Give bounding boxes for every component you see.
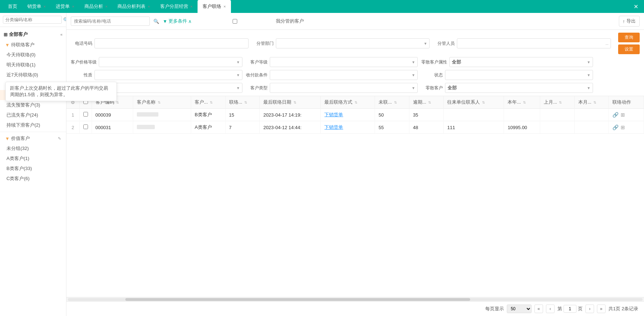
sort-icon-last-month[interactable]: ⇅ xyxy=(559,100,562,104)
nature-arrow: ▼ xyxy=(236,73,240,77)
col-uncontacted: 未联... ⇅ xyxy=(375,96,409,109)
row2-action: 🔗 ⊞ xyxy=(609,121,644,134)
person-select[interactable]: ... xyxy=(457,38,611,48)
window-close-button[interactable]: ✕ xyxy=(631,3,641,10)
filter-row-4: ... ▼ 客户类型 ▼ 零散客户 xyxy=(71,83,640,93)
nav-label-sales: 销货单 xyxy=(27,3,41,10)
sort-icon-company-contact[interactable]: ⇅ xyxy=(482,100,485,104)
page-label: 第 xyxy=(557,306,562,312)
row1-last-method[interactable]: 下销货单 xyxy=(321,109,375,121)
nav-item-analysis-list[interactable]: 商品分析列表 × xyxy=(112,0,155,13)
nav-close-sales[interactable]: × xyxy=(43,4,46,9)
row2-method-link[interactable]: 下销货单 xyxy=(324,124,343,130)
price-level-label: 客户价格等级 xyxy=(71,59,97,65)
nav-close-analysis-list[interactable]: × xyxy=(148,4,150,9)
col-last-date: 最后联络日期 ⇅ xyxy=(260,96,321,109)
col-this-month-label: 本月... xyxy=(578,99,592,105)
sidebar-all-customers[interactable]: ⊞ 全部客户 « xyxy=(0,29,66,40)
row1-checkbox[interactable] xyxy=(83,112,88,117)
sidebar-item-ungrouped[interactable]: 未分组(32) xyxy=(0,143,66,154)
filter-field-phone: 电话号码 xyxy=(71,38,249,48)
last-page-btn[interactable]: » xyxy=(597,305,606,313)
sort-icon-overdue[interactable]: ⇅ xyxy=(428,100,431,104)
row2-code: 000031 xyxy=(92,121,133,134)
retail-attr-arrow: ▼ xyxy=(587,60,590,64)
sidebar-collapse-icon[interactable]: « xyxy=(60,32,62,37)
sort-icon-code[interactable]: ⇅ xyxy=(116,100,119,104)
sort-icon-last-method[interactable]: ⇅ xyxy=(355,100,357,104)
nav-close-analysis[interactable]: × xyxy=(105,4,107,9)
price-level-select[interactable]: ▼ xyxy=(99,57,242,67)
nav-item-analysis[interactable]: 商品分析 × xyxy=(79,0,112,13)
nav-item-customer-contact[interactable]: 客户联络 × xyxy=(198,0,231,13)
customer-type-select[interactable]: ▼ xyxy=(270,83,418,93)
retail-attr-select[interactable]: 全部 ▼ xyxy=(449,57,593,67)
next-page-btn[interactable]: › xyxy=(585,305,594,313)
col-action: 联络动作 xyxy=(609,96,644,109)
sidebar-item-7days[interactable]: 近7天待联络(0) xyxy=(0,70,66,80)
col-this-month: 本月... ⇅ xyxy=(574,96,609,109)
row1-action-icon2[interactable]: ⊞ xyxy=(621,112,625,118)
sidebar-item-churned[interactable]: 已流失客户(24) xyxy=(0,110,66,120)
scroll-thumb[interactable] xyxy=(125,298,470,301)
row2-action-icon1[interactable]: 🔗 xyxy=(612,124,618,130)
customer-level-select[interactable]: ▼ xyxy=(270,57,418,67)
horizontal-scrollbar[interactable] xyxy=(66,297,644,301)
nav-item-home[interactable]: 首页 xyxy=(3,0,22,13)
sidebar-item-tomorrow[interactable]: 明天待联络(1) xyxy=(0,60,66,70)
row1-method-link[interactable]: 下销货单 xyxy=(324,112,343,117)
edit-icon-value[interactable]: ✎ xyxy=(58,136,61,141)
more-conditions-btn[interactable]: ▼ 更多条件 ∧ xyxy=(163,18,192,24)
filter-search-icon[interactable]: 🔍 xyxy=(153,19,159,24)
filter-actions: 查询 设置 xyxy=(618,33,640,54)
row1-action-icon1[interactable]: 🔗 xyxy=(612,112,618,118)
export-button[interactable]: ↑ 导出 xyxy=(619,16,640,27)
settings-button[interactable]: 设置 xyxy=(618,44,640,54)
nav-label-purchase: 进货单 xyxy=(56,3,70,10)
sidebar-group-pending[interactable]: ▼ 待联络客户 xyxy=(0,40,66,50)
col-type: 客户... ⇅ xyxy=(191,96,225,109)
sort-icon-this-year[interactable]: ⇅ xyxy=(523,100,526,104)
payment-select[interactable]: ▼ xyxy=(270,70,418,80)
sidebar-item-declining[interactable]: 持续下滑客户(2) xyxy=(0,120,66,130)
nav-close-customer-tier[interactable]: × xyxy=(190,4,193,9)
dept-select[interactable]: ▼ xyxy=(276,38,430,48)
nature-select[interactable]: ▼ xyxy=(94,70,242,80)
row2-last-method[interactable]: 下销货单 xyxy=(321,121,375,134)
sort-icon-name[interactable]: ⇅ xyxy=(158,100,161,104)
sidebar-search-input[interactable] xyxy=(3,16,62,24)
sidebar-item-churn-warning[interactable]: 流失预警客户(3) xyxy=(0,100,66,110)
page-size-select[interactable]: 50 20 100 xyxy=(507,305,532,313)
sidebar-item-a-class[interactable]: A类客户(1) xyxy=(0,154,66,164)
first-page-btn[interactable]: « xyxy=(534,305,543,313)
row2-this-month xyxy=(574,121,609,134)
phone-input[interactable] xyxy=(94,38,249,48)
sort-icon-uncontacted[interactable]: ⇅ xyxy=(394,100,397,104)
retail-customer-select[interactable]: 全部 ▼ xyxy=(445,83,593,93)
row2-action-icon2[interactable]: ⊞ xyxy=(621,124,625,130)
sidebar-item-today[interactable]: 今天待联络(0) xyxy=(0,50,66,60)
nav-item-purchase[interactable]: 进货单 × xyxy=(51,0,79,13)
sidebar-item-c-class[interactable]: C类客户(6) xyxy=(0,174,66,184)
nav-item-customer-tier[interactable]: 客户分层经营 × xyxy=(155,0,198,13)
page-number-input[interactable] xyxy=(564,305,576,313)
search-input[interactable] xyxy=(71,16,150,26)
sort-icon-type[interactable]: ⇅ xyxy=(210,100,213,104)
arrow-icon-pending: ▼ xyxy=(5,42,10,48)
sort-icon-this-month[interactable]: ⇅ xyxy=(593,100,596,104)
sidebar-group-value[interactable]: ▼ 价值客户 ✎ xyxy=(0,133,66,143)
row2-checkbox[interactable] xyxy=(83,124,88,129)
nav-close-customer-contact[interactable]: × xyxy=(223,4,226,9)
tooltip-box: 距客户上次交易时长，超过了此客户的平均交易周期的1.5倍，则视为异常。 xyxy=(5,82,117,101)
nav-item-sales[interactable]: 销货单 × xyxy=(22,0,51,13)
sort-icon-contact[interactable]: ⇅ xyxy=(244,100,247,104)
prev-page-btn[interactable]: ‹ xyxy=(546,305,555,313)
table-row: 1 000039 B类客户 15 2023-04-17 14:19: xyxy=(66,109,644,121)
sidebar-search-icon[interactable]: 🔍 xyxy=(63,17,66,23)
nav-close-purchase[interactable]: × xyxy=(72,4,74,9)
query-button[interactable]: 查询 xyxy=(618,33,640,42)
sort-icon-last-date[interactable]: ⇅ xyxy=(293,100,296,104)
sidebar-item-b-class[interactable]: B类客户(33) xyxy=(0,164,66,174)
my-customer-checkbox[interactable] xyxy=(195,19,274,24)
status-select[interactable]: ▼ xyxy=(445,70,593,80)
